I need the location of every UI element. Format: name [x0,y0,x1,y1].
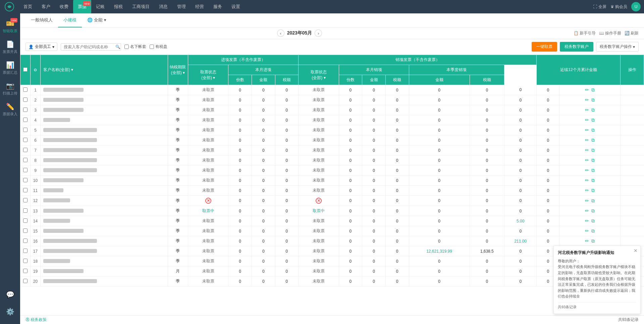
row-checkbox[interactable] [23,188,28,192]
sidebar-item-ticket-summary[interactable]: 📊 票据汇总 [1,58,19,78]
row-checkbox[interactable] [23,128,28,132]
edit-icon[interactable]: ✏ [584,218,590,223]
copy-icon[interactable]: ⧉ [591,127,595,133]
sidebar-item-invoice-issue[interactable]: 📄 发票开具 [1,38,19,57]
member-btn[interactable]: ♛ 购会员 [610,4,627,10]
notification-close-btn[interactable]: ✕ [634,248,638,253]
tax-digital-account-ops-btn[interactable]: 税务数字账户操作 ▾ [596,42,639,52]
row-checkbox[interactable] [23,158,28,162]
row-checkbox[interactable] [23,279,28,283]
one-click-ticket-btn[interactable]: 一键取票 [532,42,557,52]
edit-icon[interactable]: ✏ [584,127,590,133]
nav-operation[interactable]: 经营 [191,0,209,13]
edit-icon[interactable]: ✏ [584,168,590,173]
row-checkbox[interactable] [23,118,28,122]
row-checkbox[interactable] [23,148,28,152]
nav-ticket[interactable]: 票据 new [73,0,91,13]
edit-icon[interactable]: ✏ [584,178,590,183]
new-guide-link[interactable]: 📋 新手引导 [574,30,596,36]
edit-icon[interactable]: ✏ [584,208,590,213]
copy-icon[interactable]: ⧉ [591,168,595,173]
tax-digital-account-btn[interactable]: 税务数字账户 [560,42,593,52]
copy-icon[interactable]: ⧉ [591,218,595,223]
copy-icon[interactable]: ⧉ [591,188,595,193]
nav-home[interactable]: 首页 [19,0,37,13]
refresh-link[interactable]: 🔄 刷新 [625,30,639,36]
nav-customer[interactable]: 客户 [37,0,55,13]
sidebar-item-scan-upload[interactable]: 📷 扫描上传 [1,79,19,99]
row-checkbox[interactable] [23,208,28,213]
fullscreen-btn[interactable]: ⛶ 全屏 [593,4,606,10]
copy-icon[interactable]: ⧉ [591,97,595,103]
account-checkbox[interactable] [124,45,129,49]
th-out-status[interactable]: 取票状态(全部) ▾ [299,65,339,85]
nav-fee[interactable]: 收费 [55,0,73,13]
sidebar-item-smart-ticket[interactable]: 🎫 智能取票 new [1,17,19,36]
row-checkbox[interactable] [23,108,28,112]
edit-icon[interactable]: ✏ [584,188,590,193]
tab-general-taxpayer[interactable]: 一般纳税人 [25,13,58,27]
search-input[interactable] [64,45,114,49]
sidebar-item-config[interactable]: ⚙️ [1,305,19,319]
row-checkbox[interactable] [23,98,28,102]
copy-icon[interactable]: ⧉ [591,117,595,123]
th-in-status[interactable]: 取票状态(全部) ▾ [188,65,228,85]
row-checkbox[interactable] [23,178,28,182]
edit-icon[interactable]: ✏ [584,198,590,203]
nav-manage[interactable]: 管理 [172,0,191,13]
select-all-checkbox[interactable] [23,67,28,72]
edit-icon[interactable]: ✏ [584,107,590,113]
edit-icon[interactable]: ✏ [584,157,590,163]
row-checkbox[interactable] [23,259,28,263]
row-checkbox[interactable] [23,239,28,243]
manual-link[interactable]: 📖 操作手册 [599,30,621,36]
row-checkbox[interactable] [23,87,28,92]
row-checkbox[interactable] [23,198,28,202]
nav-bookkeeping[interactable]: 记账 [91,0,109,13]
checkbox-taxdisk[interactable]: 有税盘 [150,44,167,50]
th-period[interactable]: 纳税期限(全部) ▾ [168,55,188,85]
row-checkbox[interactable] [23,138,28,142]
edit-icon[interactable]: ✏ [584,97,590,103]
copy-icon[interactable]: ⧉ [591,137,595,143]
copy-icon[interactable]: ⧉ [591,107,595,113]
copy-icon[interactable]: ⧉ [591,157,595,163]
tab-all[interactable]: 🌐 全能 ▾ [82,13,112,27]
taxdisk-checkbox[interactable] [150,45,154,49]
nav-message[interactable]: 消息 [154,0,172,13]
tax-policy-link[interactable]: ⑧ 税务政策 [25,317,47,323]
edit-icon[interactable]: ✏ [584,228,590,234]
copy-icon[interactable]: ⧉ [591,238,595,244]
row-checkbox[interactable] [23,269,28,273]
row-checkbox[interactable] [23,168,28,172]
accum-amount-link[interactable]: 211.00 [514,239,527,244]
copy-icon[interactable]: ⧉ [591,198,595,203]
sidebar-item-chat[interactable]: 💬 [1,288,19,302]
quarter-amount-link[interactable]: 12,621,319.99 [426,249,452,254]
row-checkbox[interactable] [23,229,28,233]
prev-month-btn[interactable]: ‹ [277,29,284,37]
edit-icon[interactable]: ✏ [584,117,590,123]
row-checkbox[interactable] [23,218,28,223]
tab-small-scale[interactable]: 小规模 [58,13,82,27]
copy-icon[interactable]: ⧉ [591,147,595,153]
edit-icon[interactable]: ✏ [584,137,590,143]
app-logo[interactable] [3,1,15,13]
search-icon[interactable]: 🔍 [115,45,120,49]
nav-settings[interactable]: 设置 [227,0,245,13]
avatar[interactable]: U [631,2,641,11]
row-checkbox[interactable] [23,249,28,253]
nav-business[interactable]: 工商项目 [127,0,154,13]
next-month-btn[interactable]: › [315,29,322,37]
th-customer-name[interactable]: 客户名称(全部) ▾ [41,55,168,85]
sidebar-item-ticket-entry[interactable]: ✏️ 票据录入 [1,100,19,119]
staff-select[interactable]: 👤 全部员工 ▾ [25,43,57,51]
copy-icon[interactable]: ⧉ [591,87,595,92]
copy-icon[interactable]: ⧉ [591,228,595,234]
accum-amount-link[interactable]: 5.00 [517,219,524,223]
nav-tax[interactable]: 报税 [109,0,127,13]
copy-icon[interactable]: ⧉ [591,178,595,183]
edit-icon[interactable]: ✏ [584,238,590,244]
nav-service[interactable]: 服务 [209,0,227,13]
checkbox-account[interactable]: 名下帐套 [124,44,146,50]
